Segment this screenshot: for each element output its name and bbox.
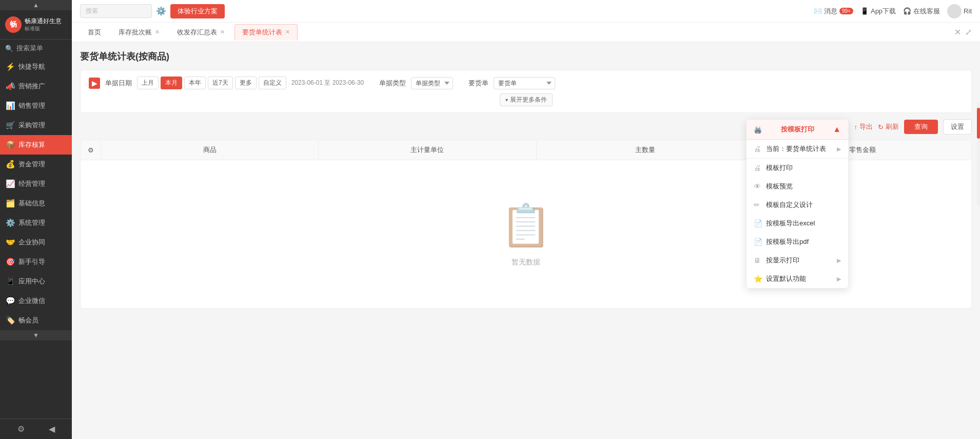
- messages-item[interactable]: ✉️ 消息 99+: [814, 7, 853, 16]
- user-avatar[interactable]: Rit: [947, 4, 972, 18]
- sidebar-search[interactable]: 🔍 搜索菜单: [0, 40, 72, 57]
- sidebar-item-basic[interactable]: 🗂️ 基础信息: [0, 194, 72, 213]
- tab-label-home: 首页: [88, 28, 101, 37]
- template-excel-icon: 📄: [754, 219, 762, 227]
- th-unit: 主计量单位: [319, 140, 536, 160]
- settings-bottom-btn[interactable]: ⚙: [17, 424, 25, 434]
- message-icon: ✉️: [814, 7, 822, 15]
- online-service-label: 在线客服: [913, 7, 940, 16]
- sidebar-item-inventory[interactable]: 📦 库存核算: [0, 135, 72, 155]
- tab-close-btn[interactable]: ✕: [954, 27, 961, 37]
- headset-icon: 🎧: [903, 7, 911, 15]
- set-default-arrow: ▶: [837, 276, 841, 282]
- dropdown-template-preview[interactable]: 👁 模板预览: [747, 177, 848, 196]
- sidebar-item-finance[interactable]: 💰 资金管理: [0, 155, 72, 174]
- refresh-icon: ↻: [878, 123, 884, 131]
- empty-icon: 📋: [500, 201, 552, 250]
- online-service-item[interactable]: 🎧 在线客服: [903, 7, 940, 16]
- tab-controls: ✕ ⤢: [954, 27, 972, 37]
- tab-close-inventory-batch[interactable]: ✕: [155, 29, 160, 35]
- system-label: 系统管理: [18, 218, 45, 227]
- dropdown-current-item[interactable]: 🖨 当前：要货单统计表 ▶: [747, 140, 848, 158]
- sidebar-item-appstore[interactable]: 📱 应用中心: [0, 272, 72, 291]
- app-download-item[interactable]: 📱 App下载: [860, 7, 896, 16]
- order-goods-label: 要货单: [468, 79, 488, 88]
- tab-inventory-batch[interactable]: 库存批次账✕: [111, 24, 167, 41]
- filter-expand-arrow[interactable]: ▶: [89, 78, 100, 89]
- order-type-select[interactable]: 单据类型: [411, 77, 453, 89]
- sidebar-item-member[interactable]: 🏷️ 畅会员: [0, 311, 72, 330]
- tab-label-receivable-summary: 收发存汇总表: [177, 28, 217, 37]
- app-download-label: App下载: [871, 7, 896, 16]
- sidebar-item-guide[interactable]: 🎯 新手引导: [0, 252, 72, 272]
- sales-icon: 📊: [5, 101, 15, 110]
- tab-expand-btn[interactable]: ⤢: [965, 27, 972, 37]
- date-btn-3[interactable]: 近7天: [208, 77, 233, 89]
- purchase-icon: 🛒: [5, 121, 15, 130]
- operations-icon: 📈: [5, 179, 15, 188]
- date-btn-2[interactable]: 本年: [184, 77, 206, 89]
- tab-close-receivable-summary[interactable]: ✕: [220, 29, 225, 35]
- sidebar-item-wechat[interactable]: 💬 企业微信: [0, 291, 72, 311]
- dropdown-current-section: 🖨 当前：要货单统计表 ▶: [747, 140, 848, 159]
- date-btn-4[interactable]: 更多: [235, 77, 257, 89]
- dropdown-set-default[interactable]: ⭐ 设置默认功能 ▶: [747, 270, 848, 288]
- sidebar-item-operations[interactable]: 📈 经营管理: [0, 174, 72, 194]
- dropdown-template-pdf[interactable]: 📄 按模板导出pdf: [747, 233, 848, 251]
- display-print-label: 按显示打印: [766, 256, 799, 265]
- wechat-label: 企业微信: [18, 296, 45, 306]
- th-settings: ⚙: [81, 141, 101, 159]
- appstore-label: 应用中心: [18, 277, 45, 286]
- date-btn-1[interactable]: 本月: [161, 77, 182, 89]
- settings-btn[interactable]: 设置: [943, 119, 972, 135]
- print-dropdown-icon: 🖨️: [754, 126, 762, 133]
- dropdown-template-design[interactable]: ✏ 模板自定义设计: [747, 196, 848, 214]
- collapse-bottom-btn[interactable]: ◀: [49, 424, 55, 434]
- marketing-label: 营销推广: [18, 82, 45, 91]
- right-scrollbar[interactable]: [977, 103, 980, 205]
- template-pdf-label: 按模板导出pdf: [766, 237, 809, 246]
- expand-more-btn[interactable]: ▾ 展开更多条件: [500, 93, 553, 106]
- basic-icon: 🗂️: [5, 199, 15, 208]
- sidebar-item-sales[interactable]: 📊 销售管理: [0, 96, 72, 116]
- date-filter-label: 单据日期: [105, 79, 132, 88]
- tab-label-order-stats: 要货单统计表: [242, 28, 282, 37]
- tab-home[interactable]: 首页: [80, 24, 109, 41]
- dropdown-close-btn[interactable]: ▲: [833, 125, 841, 134]
- topbar-gear-icon[interactable]: ⚙️: [156, 6, 166, 16]
- dropdown-template-print[interactable]: 🖨 模板打印: [747, 159, 848, 177]
- guide-icon: 🎯: [5, 257, 15, 266]
- main-content: 搜索 ⚙️ 体验行业方案 ✉️ 消息 99+ 📱 App下载 🎧 在线客服 Ri…: [72, 0, 980, 439]
- sidebar-logo: 畅 畅康通好生意 标准版: [0, 10, 72, 40]
- sidebar-item-shortcut[interactable]: ⚡ 快捷导航: [0, 57, 72, 77]
- template-design-icon: ✏: [754, 201, 762, 209]
- dropdown-display-print[interactable]: 🖥 按显示打印 ▶: [747, 251, 848, 270]
- date-btn-0[interactable]: 上月: [137, 77, 159, 89]
- query-btn[interactable]: 查询: [904, 120, 938, 134]
- sidebar-item-system[interactable]: ⚙️ 系统管理: [0, 213, 72, 233]
- sidebar-item-enterprise[interactable]: 🤝 企业协同: [0, 233, 72, 252]
- top-search-box[interactable]: 搜索: [80, 4, 152, 18]
- sidebar-scroll-down[interactable]: ▼: [0, 330, 72, 340]
- dropdown-items: 🖨 模板打印 👁 模板预览 ✏ 模板自定义设计 📄 按模板导出excel 📄 按…: [747, 159, 848, 288]
- order-goods-select[interactable]: 要货单: [494, 77, 555, 89]
- date-btn-5[interactable]: 自定义: [259, 77, 286, 89]
- enterprise-label: 企业协同: [18, 238, 45, 247]
- trial-btn[interactable]: 体验行业方案: [170, 4, 225, 18]
- tab-close-order-stats[interactable]: ✕: [285, 29, 290, 35]
- sidebar-item-marketing[interactable]: 📣 营销推广: [0, 77, 72, 96]
- filter-bar: ▶ 单据日期 上月本月本年近7天更多自定义 2023-06-01 至 2023-…: [80, 70, 972, 113]
- dropdown-template-excel[interactable]: 📄 按模板导出excel: [747, 214, 848, 233]
- tab-receivable-summary[interactable]: 收发存汇总表✕: [169, 24, 232, 41]
- scrollbar-thumb[interactable]: [977, 108, 980, 139]
- tab-order-stats[interactable]: 要货单统计表✕: [234, 24, 298, 41]
- chevron-down-icon: ▾: [505, 97, 508, 103]
- sidebar-scroll-up[interactable]: ▲: [0, 0, 72, 10]
- tab-label-inventory-batch: 库存批次账: [119, 28, 152, 37]
- refresh-btn[interactable]: ↻ 刷新: [878, 122, 899, 131]
- export-btn[interactable]: ↑ 导出: [854, 122, 873, 131]
- sidebar-item-purchase[interactable]: 🛒 采购管理: [0, 116, 72, 135]
- template-print-icon: 🖨: [754, 164, 762, 172]
- tabs-bar: 首页库存批次账✕收发存汇总表✕要货单统计表✕ ✕ ⤢: [72, 23, 980, 42]
- filter-row-2: ▾ 展开更多条件: [89, 93, 963, 106]
